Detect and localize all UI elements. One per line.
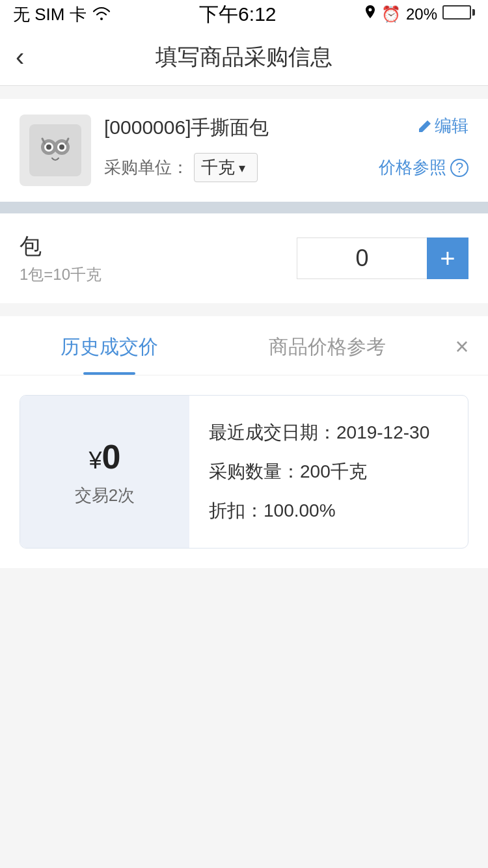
product-header-row: [0000006]手撕面包 编辑 (104, 115, 468, 141)
price-card: ¥0 交易2次 最近成交日期：2019-12-30 采购数量：200千克 折扣：… (20, 395, 468, 549)
product-name: [0000006]手撕面包 (104, 115, 269, 141)
status-bar: 无 SIM 卡 下午6:12 ⏰ 20% (0, 0, 488, 29)
edit-button[interactable]: 编辑 (418, 115, 468, 137)
no-sim-text: 无 SIM 卡 (13, 3, 87, 26)
tab-close-button[interactable]: × (436, 316, 488, 375)
tab-container: 历史成交价 商品价格参考 × ¥0 交易2次 最近成交日期：2019-12-30… (0, 316, 488, 568)
unit-select[interactable]: 千克 ▾ (194, 153, 258, 182)
status-left: 无 SIM 卡 (13, 3, 111, 26)
unit-label: 采购单位： 千克 ▾ (104, 153, 258, 182)
product-card: [0000006]手撕面包 编辑 采购单位： 千克 ▾ 价格参照 ? (0, 99, 488, 202)
main-background (0, 568, 488, 868)
battery-icon (442, 5, 475, 23)
price-ref-button[interactable]: 价格参照 ? (379, 156, 468, 179)
quantity-row: 包 1包=10千克 + (0, 213, 488, 303)
help-icon: ? (450, 159, 468, 177)
purchase-qty-row: 采购数量：200千克 (209, 458, 448, 485)
page-title: 填写商品采购信息 (156, 42, 332, 72)
price-card-left: ¥0 交易2次 (20, 396, 189, 548)
nav-bar: ‹ 填写商品采购信息 (0, 29, 488, 86)
tab-product-price-ref[interactable]: 商品价格参考 (218, 317, 436, 375)
tab-bar: 历史成交价 商品价格参考 × (0, 316, 488, 375)
price-card-right: 最近成交日期：2019-12-30 采购数量：200千克 折扣：100.00% (189, 396, 468, 548)
status-right: ⏰ 20% (364, 5, 475, 23)
price-amount: ¥0 (89, 437, 121, 476)
discount-row: 折扣：100.00% (209, 497, 448, 524)
quantity-label: 包 1包=10千克 (20, 232, 102, 285)
wifi-icon (92, 5, 111, 25)
tab-history-price[interactable]: 历史成交价 (0, 317, 218, 375)
currency-symbol: ¥ (89, 447, 102, 474)
svg-point-6 (59, 144, 64, 150)
product-thumbnail (20, 115, 91, 186)
product-info: [0000006]手撕面包 编辑 采购单位： 千克 ▾ 价格参照 ? (104, 115, 468, 182)
latest-date-row: 最近成交日期：2019-12-30 (209, 419, 448, 446)
status-time: 下午6:12 (199, 1, 276, 28)
section-divider (0, 202, 488, 213)
price-content: ¥0 交易2次 最近成交日期：2019-12-30 采购数量：200千克 折扣：… (0, 375, 488, 568)
quantity-unit: 包 (20, 232, 102, 262)
svg-point-5 (46, 144, 51, 150)
battery-percent: 20% (406, 5, 437, 23)
quantity-plus-button[interactable]: + (427, 237, 468, 279)
trade-count: 交易2次 (75, 484, 135, 507)
alarm-icon: ⏰ (381, 5, 401, 23)
back-button[interactable]: ‹ (16, 42, 24, 72)
dropdown-icon: ▾ (239, 160, 245, 176)
quantity-input[interactable] (297, 237, 427, 279)
quantity-equiv: 1包=10千克 (20, 264, 102, 285)
product-unit-row: 采购单位： 千克 ▾ 价格参照 ? (104, 153, 468, 182)
location-icon (364, 5, 376, 23)
quantity-control: + (297, 237, 468, 279)
